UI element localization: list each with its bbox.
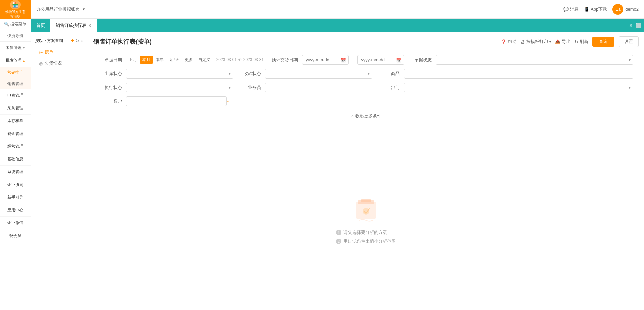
- exec-status-select[interactable]: [126, 83, 233, 92]
- customer-label: 客户: [99, 98, 122, 104]
- export-icon: 📤: [555, 39, 560, 44]
- empty-state: 1 请先选择要分析的方案 2 用过滤条件来缩小分析范围: [323, 178, 409, 258]
- expected-date-from-wrapper: 📅: [302, 55, 349, 65]
- newbie-label: 新手引导: [7, 195, 23, 200]
- help-button[interactable]: ❓ 帮助: [501, 39, 517, 45]
- customer-dots-icon[interactable]: ···: [227, 99, 231, 104]
- avatar: Ea: [612, 4, 623, 15]
- tab-bar-actions: ✕ ⬜: [629, 23, 644, 28]
- sidebar-item-member[interactable]: 畅会员: [0, 229, 31, 242]
- finance-label: 资金管理: [7, 131, 23, 137]
- sidebar-item-purchase[interactable]: 采购管理: [0, 102, 31, 115]
- tab-max-button[interactable]: ⬜: [636, 23, 641, 28]
- settings-button[interactable]: 设置: [619, 36, 639, 47]
- sidebar-item-finance[interactable]: 资金管理: [0, 127, 31, 140]
- refresh-button[interactable]: ↻ 刷新: [575, 39, 588, 45]
- expected-date-to[interactable]: [357, 55, 404, 65]
- sidebar-item-inventory[interactable]: 库存核算: [0, 115, 31, 127]
- refresh-scheme-button[interactable]: ↻: [75, 38, 79, 43]
- left-panel: 按以下方案查询 + ↻ « ◎ 按单 ◎ 欠货情况: [31, 32, 88, 310]
- help-label: 帮助: [508, 39, 517, 45]
- corpwechat-label: 企业微信: [7, 220, 23, 226]
- date-tab-more[interactable]: 更多: [182, 56, 196, 64]
- sidebar-item-basic[interactable]: 基础信息: [0, 153, 31, 166]
- hint-text-1: 请先选择要分析的方案: [343, 229, 387, 236]
- date-tab-this-month[interactable]: 本月: [140, 56, 153, 64]
- page-actions: ❓ 帮助 🖨 按模板打印 ▾ 📤 导出 ↻: [501, 36, 639, 47]
- sidebar-item-wholesale[interactable]: 批发管理 ▴: [0, 54, 31, 67]
- sidebar-sub-sales[interactable]: 销售管理: [0, 78, 31, 89]
- operation-label: 经营管理: [7, 144, 23, 149]
- empty-illustration: [349, 192, 383, 225]
- page-title-row: 销售订单执行表(按单) ❓ 帮助 🖨 按模板打印 ▾ 📤: [93, 36, 639, 47]
- appcenter-label: 应用中心: [7, 207, 23, 213]
- receipt-status-select[interactable]: [265, 69, 372, 79]
- sidebar-item-corpwechat[interactable]: 企业微信: [0, 217, 31, 229]
- filter-row-4: 客户 ···: [99, 96, 633, 106]
- app-logo: 🏪 畅捷通好生意 标准版: [0, 0, 31, 19]
- message-action[interactable]: 💬 消息: [563, 6, 579, 12]
- sidebar-item-system[interactable]: 系统管理: [0, 166, 31, 178]
- page-header: 销售订单执行表(按单) ❓ 帮助 🖨 按模板打印 ▾ 📤: [88, 32, 644, 126]
- member-label: 畅会员: [9, 233, 21, 239]
- tab-sales-order[interactable]: 销售订单执行表 ✕: [50, 19, 97, 32]
- dept-label: 部门: [376, 85, 400, 91]
- goods-input[interactable]: [404, 69, 633, 79]
- message-label: 消息: [570, 6, 579, 12]
- collapse-filter-button[interactable]: ∧ 收起更多条件: [99, 110, 633, 122]
- stock-status-select[interactable]: [126, 69, 233, 79]
- hint-num-2: 2: [336, 239, 341, 244]
- query-button[interactable]: 查询: [592, 37, 614, 47]
- sidebar-item-newbie[interactable]: 新手引导: [0, 191, 31, 204]
- system-label: 系统管理: [7, 169, 23, 175]
- tab-bar: 首页 销售订单执行表 ✕ ✕ ⬜: [31, 19, 644, 32]
- goods-label: 商品: [376, 71, 400, 77]
- help-icon: ❓: [501, 39, 506, 44]
- date-separator: —: [351, 57, 355, 62]
- sidebar-item-wholesale-group: 批发管理 ▴ 营销推广 销售管理: [0, 54, 31, 89]
- user-name: demo2: [625, 7, 639, 12]
- sidebar-search[interactable]: 🔍 搜索菜单: [0, 19, 31, 30]
- app-download-action[interactable]: 📱 App下载: [584, 6, 607, 12]
- collapse-panel-button[interactable]: «: [81, 38, 84, 43]
- left-panel-item-stock[interactable]: ◎ 欠货情况: [31, 58, 88, 69]
- sidebar-item-retail[interactable]: 零售管理 ▾: [0, 42, 31, 54]
- goods-dots-icon[interactable]: ···: [627, 71, 631, 76]
- user-profile[interactable]: Ea demo2: [612, 4, 639, 15]
- stock-status-label: 出库状态: [99, 71, 122, 77]
- date-tab-7days[interactable]: 近7天: [166, 56, 182, 64]
- breadcrumb-chevron-icon[interactable]: ▾: [83, 7, 85, 12]
- export-button[interactable]: 📤 导出: [555, 39, 571, 45]
- customer-input[interactable]: [126, 96, 227, 106]
- dept-field: [404, 83, 633, 92]
- date-tab-this-year[interactable]: 本年: [153, 56, 166, 64]
- tab-home[interactable]: 首页: [31, 19, 50, 32]
- salesman-dots-icon[interactable]: ···: [366, 85, 370, 90]
- sidebar-menu-list: 零售管理 ▾ 批发管理 ▴ 营销推广 销售管理 电商管理 采购管理 库存: [0, 42, 31, 310]
- top-header: 办公用品行业模拟账套 ▾ 💬 消息 📱 App下载 Ea demo2: [31, 0, 644, 19]
- expected-date-from[interactable]: [302, 55, 349, 65]
- app-name: 畅捷通好生意: [5, 10, 25, 14]
- page-title: 销售订单执行表(按单): [93, 38, 152, 46]
- date-tab-last-month[interactable]: 上月: [126, 56, 140, 64]
- sidebar-item-ecommerce[interactable]: 电商管理: [0, 89, 31, 102]
- add-scheme-button[interactable]: +: [71, 38, 74, 44]
- date-tab-custom[interactable]: 自定义: [196, 56, 213, 64]
- sidebar-nav[interactable]: 快捷导航: [0, 30, 31, 42]
- sidebar-item-enterprise[interactable]: 企业协同: [0, 178, 31, 191]
- tab-min-button[interactable]: ✕: [629, 23, 633, 28]
- print-button[interactable]: 🖨 按模板打印 ▾: [521, 39, 551, 45]
- sidebar-sub-marketing[interactable]: 营销推广: [0, 67, 31, 78]
- dept-select[interactable]: [404, 83, 633, 92]
- download-icon: 📱: [584, 7, 589, 12]
- left-panel-item-press[interactable]: ◎ 按单: [31, 46, 88, 58]
- date-range-text: 2023-03-01 至 2023-03-31: [216, 57, 264, 63]
- sidebar-item-appcenter[interactable]: 应用中心: [0, 204, 31, 217]
- doc-status-select[interactable]: [436, 55, 633, 65]
- refresh-icon: ↻: [575, 39, 578, 44]
- salesman-input[interactable]: [265, 83, 372, 92]
- date-tabs: 上月 本月 本年 近7天 更多 自定义: [126, 56, 213, 64]
- sidebar-item-operation[interactable]: 经营管理: [0, 140, 31, 153]
- purchase-label: 采购管理: [7, 105, 23, 111]
- tab-close-icon[interactable]: ✕: [88, 23, 91, 28]
